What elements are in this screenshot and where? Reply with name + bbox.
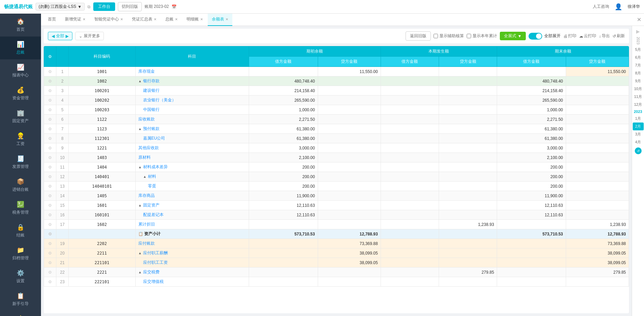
- toggle-expand-switch[interactable]: 全部展开: [529, 33, 561, 40]
- month-1[interactable]: 1月: [633, 115, 644, 123]
- month-11[interactable]: 11月: [633, 93, 644, 101]
- tab-voucher-summary[interactable]: 凭证汇总表 ✕: [128, 14, 161, 26]
- workbench-button[interactable]: 工作台: [93, 2, 115, 11]
- sidebar-item-home[interactable]: 🏠 首页: [0, 14, 41, 37]
- account-name-link[interactable]: 应付职工薪酬: [143, 250, 168, 255]
- row-name[interactable]: 应付职工工资: [135, 258, 249, 268]
- sidebar-item-member[interactable]: ⭐ 畅会员: [0, 311, 41, 316]
- account-name-link[interactable]: 应收账款: [138, 117, 155, 121]
- expand-icon[interactable]: ▲: [138, 251, 143, 255]
- tab-general-ledger-close[interactable]: ✕: [175, 17, 178, 21]
- row-name[interactable]: 零蛋: [135, 182, 249, 191]
- row-name[interactable]: 原材料: [135, 153, 249, 162]
- sidebar-item-invoice[interactable]: 🧾 发票管理: [0, 151, 41, 174]
- month-7[interactable]: 7月: [633, 61, 644, 69]
- row-name[interactable]: ▲ 应付职工薪酬: [135, 248, 249, 258]
- row-settings[interactable]: ⚙: [44, 277, 56, 287]
- row-name[interactable]: 库存商品: [135, 191, 249, 201]
- sidebar-item-settings[interactable]: ⚙️ 设置: [0, 265, 41, 288]
- sidebar-item-salary[interactable]: 👷 工资: [0, 128, 41, 151]
- sidebar-item-funds[interactable]: 💰 资金管理: [0, 82, 41, 105]
- row-name[interactable]: 应付账款: [135, 239, 249, 248]
- company-selector[interactable]: (勿删) 江西股金-LSS ▼: [36, 3, 85, 11]
- sidebar-item-ledger[interactable]: 📊 总账: [0, 37, 41, 59]
- show-aux-checkbox[interactable]: [434, 34, 438, 38]
- expand-more-button[interactable]: ⌄ 展开更多: [75, 32, 104, 40]
- filter-all-button[interactable]: ◀ 全部 ▶: [48, 32, 72, 40]
- row-name[interactable]: 库存现金: [135, 67, 249, 76]
- row-name[interactable]: 累计折旧: [135, 220, 249, 229]
- print-button[interactable]: 🖨 打印: [563, 33, 576, 39]
- right-panel-toggle[interactable]: ▶: [636, 27, 640, 35]
- month-8[interactable]: 8月: [633, 69, 644, 77]
- row-settings[interactable]: ⚙: [44, 124, 56, 134]
- account-name-link[interactable]: 嘉属EU公司: [143, 136, 165, 141]
- tab-voucher-summary-close[interactable]: ✕: [154, 17, 156, 21]
- tab-new-voucher[interactable]: 新增凭证 ✕: [61, 14, 90, 26]
- show-ytd-checkbox[interactable]: [467, 34, 471, 38]
- row-name[interactable]: ▲ 预付账款: [135, 124, 249, 134]
- account-name-link[interactable]: 材料成本差异: [143, 164, 168, 169]
- account-name-link[interactable]: 应付账款: [138, 241, 155, 246]
- row-settings[interactable]: ⚙: [44, 229, 56, 239]
- row-name[interactable]: ▲ 固定资产: [135, 201, 249, 210]
- account-name-link[interactable]: 应付职工工资: [143, 260, 168, 265]
- row-settings[interactable]: ⚙: [44, 258, 56, 268]
- account-name-link[interactable]: 库存商品: [138, 193, 155, 198]
- month-3[interactable]: 3月: [633, 130, 644, 138]
- tab-detail-ledger-close[interactable]: ✕: [200, 17, 203, 21]
- account-name-link[interactable]: 固定资产: [143, 203, 160, 207]
- row-name[interactable]: ▲ 银行存款: [135, 76, 249, 86]
- month-10[interactable]: 10月: [633, 85, 644, 93]
- switch-old-button[interactable]: 切到旧版: [118, 2, 142, 11]
- row-settings[interactable]: ⚙: [44, 67, 56, 76]
- month-5[interactable]: 5月: [633, 46, 644, 54]
- row-settings[interactable]: ⚙: [44, 115, 56, 124]
- row-settings[interactable]: ⚙: [44, 191, 56, 201]
- sidebar-item-archive[interactable]: 📁 归档管理: [0, 242, 41, 265]
- account-name-link[interactable]: 库存现金: [138, 69, 155, 74]
- row-name[interactable]: 中国银行: [135, 105, 249, 115]
- row-settings[interactable]: ⚙: [44, 172, 56, 182]
- expand-icon[interactable]: ▲: [138, 127, 143, 131]
- row-name[interactable]: ▲ 材料: [135, 172, 249, 182]
- row-settings[interactable]: ⚙: [44, 143, 56, 153]
- tab-new-voucher-close[interactable]: ✕: [83, 17, 85, 21]
- sync-icon[interactable]: ↺: [635, 147, 642, 154]
- row-settings[interactable]: ⚙: [44, 153, 56, 162]
- tab-balance-sheet-close[interactable]: ✕: [225, 17, 228, 21]
- row-name[interactable]: 农业银行（美金）: [135, 96, 249, 105]
- month-12[interactable]: 12月: [633, 101, 644, 109]
- account-name-link[interactable]: 材料: [148, 174, 156, 179]
- account-name-link[interactable]: 应交税费: [143, 270, 160, 274]
- expand-icon[interactable]: ▲: [138, 270, 143, 274]
- sidebar-item-assets[interactable]: 🏢 固定资产: [0, 105, 41, 128]
- row-settings[interactable]: ⚙: [44, 134, 56, 143]
- calendar-icon[interactable]: 📅: [172, 4, 177, 9]
- copy-icon[interactable]: ⧉: [87, 4, 91, 9]
- row-settings[interactable]: ⚙: [44, 220, 56, 229]
- refresh-button[interactable]: ↺ 刷新: [613, 33, 625, 39]
- close-all-icon[interactable]: ✕: [637, 16, 641, 23]
- full-format-button[interactable]: 全展式 ▼: [500, 32, 526, 40]
- row-settings[interactable]: ⚙: [44, 182, 56, 191]
- row-settings[interactable]: ⚙: [44, 96, 56, 105]
- sidebar-item-tax[interactable]: 💹 税务管理: [0, 197, 41, 219]
- cloud-print-button[interactable]: ☁ 云打印: [579, 33, 596, 39]
- show-ytd-checkbox-label[interactable]: 显示本年累计: [467, 33, 497, 39]
- expand-switch[interactable]: [529, 33, 542, 40]
- row-name[interactable]: 其他应收款: [135, 143, 249, 153]
- row-settings[interactable]: ⚙: [44, 239, 56, 248]
- tab-detail-ledger[interactable]: 明细账 ✕: [182, 14, 207, 26]
- row-settings[interactable]: ⚙: [44, 86, 56, 96]
- account-name-link[interactable]: 建设银行: [143, 88, 160, 93]
- sidebar-item-guide[interactable]: 📋 新手引导: [0, 288, 41, 311]
- row-name[interactable]: ▲ 材料成本差异: [135, 162, 249, 172]
- month-9[interactable]: 9月: [633, 77, 644, 85]
- account-name-link[interactable]: 配提差记本: [143, 212, 164, 217]
- row-settings[interactable]: ⚙: [44, 210, 56, 220]
- row-name[interactable]: 嘉属EU公司: [135, 134, 249, 143]
- go-back-button[interactable]: 返回旧版: [406, 31, 431, 41]
- account-name-link[interactable]: 原材料: [138, 155, 151, 160]
- row-settings[interactable]: ⚙: [44, 105, 56, 115]
